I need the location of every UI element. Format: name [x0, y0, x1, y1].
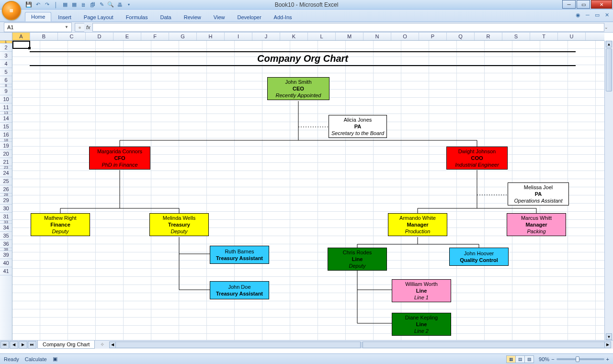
scroll-up-icon[interactable]: ▲ — [606, 41, 612, 47]
ribbon-minimize-icon[interactable]: ─ — [584, 11, 591, 18]
row-15[interactable]: 15 — [0, 123, 12, 131]
office-button[interactable]: ⊞ — [2, 1, 21, 20]
row-11[interactable]: 11 — [0, 103, 12, 112]
col-O[interactable]: O — [391, 33, 419, 40]
qat-icon-5[interactable]: ✎ — [98, 1, 105, 9]
row-10[interactable]: 10 — [0, 95, 12, 103]
col-T[interactable]: T — [530, 33, 558, 40]
node-mgr-packing[interactable]: Marcus Whitt Manager Packing — [507, 213, 566, 236]
macro-record-icon[interactable]: ▣ — [53, 356, 57, 362]
zoom-slider[interactable] — [556, 358, 604, 360]
row-39[interactable]: 39 — [0, 251, 12, 259]
fx-label[interactable]: fx — [84, 24, 92, 30]
row-6[interactable]: 6 — [0, 76, 12, 84]
row-2[interactable]: 2 — [0, 44, 12, 52]
col-G[interactable]: G — [169, 33, 197, 40]
row-41[interactable]: 41 — [0, 267, 12, 275]
col-F[interactable]: F — [141, 33, 169, 40]
node-cfo[interactable]: Margarida Connors CFO PhD in Finance — [89, 147, 150, 170]
print-icon[interactable]: 🖶 — [116, 1, 124, 9]
node-finance[interactable]: Mathew Right Finance Deputy — [31, 213, 90, 236]
node-treasury-asst-1[interactable]: Ruth Barnes Treasury Assistant — [210, 246, 269, 264]
node-quality-control[interactable]: John Hoover Quality Control — [449, 248, 509, 266]
zoom-in-icon[interactable]: + — [606, 356, 609, 362]
sheet-first-icon[interactable]: ⏮ — [0, 341, 9, 349]
node-ceo[interactable]: John Smith CEO Recently Appointed — [267, 77, 329, 100]
scroll-left-icon[interactable]: ◀ — [109, 341, 116, 348]
node-treasury-asst-2[interactable]: John Doe Treasury Assistant — [210, 281, 269, 299]
col-S[interactable]: S — [502, 33, 530, 40]
tab-view[interactable]: View — [208, 13, 231, 22]
row-40[interactable]: 40 — [0, 259, 12, 267]
tab-formulas[interactable]: Formulas — [120, 13, 154, 22]
col-N[interactable]: N — [363, 33, 391, 40]
tab-data[interactable]: Data — [154, 13, 177, 22]
tab-review[interactable]: Review — [178, 13, 207, 22]
horizontal-scrollbar[interactable]: ◀ ▶ — [109, 341, 611, 348]
tab-addins[interactable]: Add-Ins — [268, 13, 298, 22]
sheet-next-icon[interactable]: ▶ — [19, 341, 27, 349]
col-L[interactable]: L — [308, 33, 336, 40]
node-treasury[interactable]: Melinda Wells Treasury Deputy — [149, 213, 209, 236]
name-box-dropdown-icon[interactable]: ▼ — [65, 25, 68, 29]
row-9[interactable]: 9 — [0, 87, 12, 95]
new-sheet-icon[interactable]: ✧ — [97, 341, 107, 349]
row-24[interactable]: 24 — [0, 169, 12, 177]
row-14[interactable]: 14 — [0, 114, 12, 123]
name-box[interactable]: A1 ▼ — [4, 23, 72, 32]
qat-icon-1[interactable]: ▦ — [61, 1, 69, 9]
node-pa-board[interactable]: Alicia Jones PA Secretary to the Board — [329, 115, 387, 138]
col-D[interactable]: D — [86, 33, 114, 40]
node-mgr-production[interactable]: Armando White Manager Production — [388, 213, 447, 236]
col-A[interactable]: A — [12, 33, 30, 40]
tab-insert[interactable]: Insert — [52, 13, 77, 22]
qat-icon-3[interactable]: 🗎 — [79, 1, 87, 9]
col-I[interactable]: I — [225, 33, 252, 40]
qat-dropdown-icon[interactable]: ▼ — [125, 1, 133, 9]
redo-icon[interactable]: ↷ — [43, 1, 51, 9]
col-P[interactable]: P — [419, 33, 447, 40]
view-normal-icon[interactable]: ▦ — [506, 355, 516, 363]
qat-icon-2[interactable]: ▦ — [70, 1, 78, 9]
tab-home[interactable]: Home — [25, 12, 51, 22]
col-E[interactable]: E — [114, 33, 141, 40]
col-M[interactable]: M — [336, 33, 363, 40]
row-29[interactable]: 29 — [0, 196, 12, 205]
sheet-tab-active[interactable]: Company Org Chart — [37, 341, 95, 349]
column-headers[interactable]: A B C D E F G H I J K L M N O P Q R S T … — [12, 33, 604, 41]
row-36[interactable]: 36 — [0, 240, 12, 248]
hscroll-split[interactable] — [360, 341, 363, 348]
node-pa-ops[interactable]: Melissa Joel PA Operations Assistant — [508, 182, 569, 205]
row-21[interactable]: 21 — [0, 158, 12, 166]
row-19[interactable]: 19 — [0, 142, 12, 150]
zoom-level[interactable]: 90% — [539, 356, 549, 362]
row-25[interactable]: 25 — [0, 177, 12, 185]
scroll-down-icon[interactable]: ▼ — [606, 333, 612, 340]
qat-icon-4[interactable]: 🗐 — [89, 1, 96, 9]
row-headers[interactable]: 1234568910111314151618192021232425262829… — [0, 41, 12, 340]
row-4[interactable]: 4 — [0, 60, 12, 68]
row-16[interactable]: 16 — [0, 131, 12, 139]
row-31[interactable]: 31 — [0, 213, 12, 221]
row-3[interactable]: 3 — [0, 52, 12, 60]
expand-formula-bar-icon[interactable]: ⌄ — [604, 25, 611, 30]
scroll-right-icon[interactable]: ▶ — [604, 341, 611, 348]
row-30[interactable]: 30 — [0, 205, 12, 213]
active-cell[interactable] — [12, 41, 30, 49]
vertical-scrollbar[interactable]: ▲ ▼ — [604, 41, 613, 340]
workbook-close-icon[interactable]: ✕ — [603, 11, 610, 18]
minimize-button[interactable]: ─ — [562, 0, 576, 9]
col-K[interactable]: K — [280, 33, 308, 40]
undo-icon[interactable]: ↶ — [34, 1, 42, 9]
view-page-layout-icon[interactable]: ▤ — [515, 355, 525, 363]
row-26[interactable]: 26 — [0, 185, 12, 193]
col-B[interactable]: B — [30, 33, 58, 40]
vscroll-thumb[interactable] — [606, 48, 612, 91]
node-line-deputy[interactable]: Chris Rodes Line Deputy — [328, 248, 387, 271]
row-35[interactable]: 35 — [0, 232, 12, 240]
row-20[interactable]: 20 — [0, 150, 12, 158]
tab-page-layout[interactable]: Page Layout — [78, 13, 119, 22]
maximize-button[interactable]: ▭ — [577, 0, 590, 9]
sheet-prev-icon[interactable]: ◀ — [10, 341, 18, 349]
col-C[interactable]: C — [58, 33, 86, 40]
